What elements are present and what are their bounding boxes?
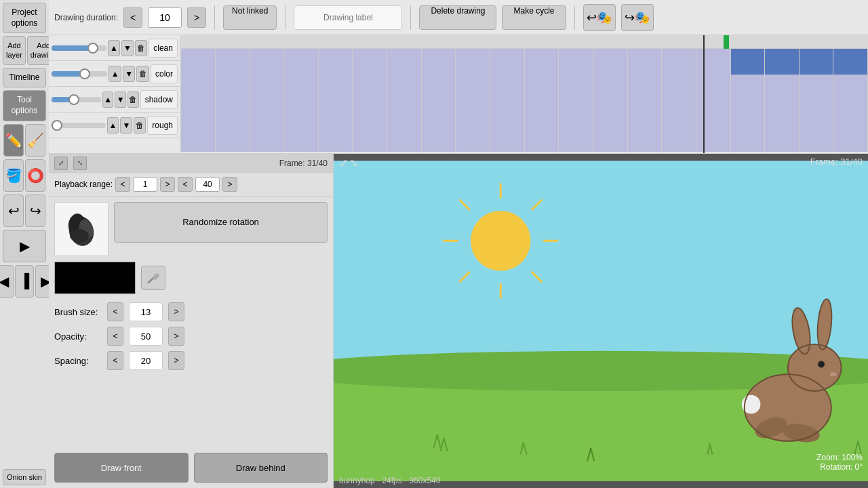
undo-icon-button[interactable]: ↩🎭: [583, 4, 616, 31]
tool-icon-row-1: ✏️ 🧹: [3, 124, 45, 157]
spacing-value: 20: [129, 351, 163, 370]
spacing-increase-button[interactable]: >: [168, 351, 184, 370]
rotation-value: Rotation: 0°: [816, 462, 863, 472]
shadow-track-row: [181, 100, 868, 126]
undo-redo-row: ↩ ↪: [3, 195, 45, 227]
layer-row-shadow: ▲ ▼ 🗑 shadow: [49, 87, 180, 113]
tool-icon-row-2: 🪣 ⭕: [3, 159, 45, 192]
timeline-tracks: [181, 49, 868, 153]
svg-point-24: [830, 372, 837, 376]
color-picker-button[interactable]: [141, 266, 165, 290]
tool-options-header: ⤢ ⤡ Frame: 31/40: [49, 154, 333, 173]
svg-rect-5: [152, 272, 159, 280]
brush-size-label: Brush size:: [54, 307, 102, 317]
canvas-zoom-label: Zoom: 100% Rotation: 0°: [816, 453, 863, 472]
brush-size-increase-button[interactable]: >: [168, 302, 184, 321]
play-button[interactable]: ▶: [3, 230, 46, 262]
clean-track-row: [181, 49, 868, 75]
undo-button[interactable]: ↩: [3, 195, 24, 227]
timeline-grid: [181, 35, 868, 153]
playback-start-prev-button[interactable]: <: [115, 177, 130, 192]
shadow-layer-up-button[interactable]: ▲: [102, 92, 114, 108]
top-bar: Drawing duration: < > Not linked Delete …: [49, 0, 868, 35]
playback-start-next-button[interactable]: >: [160, 177, 175, 192]
playback-end-next-button[interactable]: >: [222, 177, 237, 192]
brush-preview-area: Randomize rotation: [49, 197, 333, 262]
not-linked-button[interactable]: Not linked: [223, 5, 277, 30]
timeline-header: [181, 35, 868, 49]
layer-row-color: ▲ ▼ 🗑 color: [49, 61, 180, 87]
playback-range-row: Playback range: < > < >: [49, 173, 333, 197]
shadow-layer-down-button[interactable]: ▼: [115, 92, 126, 108]
opacity-increase-button[interactable]: >: [168, 327, 184, 346]
duration-increase-button[interactable]: >: [187, 7, 206, 28]
onion-skin-button[interactable]: Onion skin: [3, 469, 46, 485]
rough-layer-up-button[interactable]: ▲: [107, 117, 119, 134]
spacing-decrease-button[interactable]: <: [107, 351, 123, 370]
svg-point-6: [148, 281, 151, 283]
tool-options-panel: ⤢ ⤡ Frame: 31/40 Playback range: < > < >: [49, 154, 334, 488]
draw-behind-button[interactable]: Draw behind: [194, 453, 328, 483]
redo-icon-button[interactable]: ↪🎭: [621, 4, 654, 31]
rough-slider-track[interactable]: [52, 123, 106, 128]
brush-tool-button[interactable]: ✏️: [3, 124, 24, 157]
eraser-tool-button[interactable]: 🧹: [25, 124, 45, 157]
opacity-decrease-button[interactable]: <: [107, 327, 123, 346]
delete-drawing-button[interactable]: Delete drawing: [419, 5, 496, 30]
color-layer-name: color: [151, 64, 178, 83]
playback-range-label: Playback range:: [54, 180, 113, 189]
brush-size-row: Brush size: < 13 >: [49, 300, 333, 324]
randomize-rotation-button[interactable]: Randomize rotation: [114, 202, 328, 243]
shadow-slider-track[interactable]: [52, 97, 101, 102]
brush-size-value: 13: [129, 302, 163, 321]
fill-tool-button[interactable]: 🪣: [3, 159, 24, 192]
opacity-row: Opacity: < 50 >: [49, 324, 333, 348]
color-preview-row: [49, 262, 333, 300]
shadow-layer-delete-button[interactable]: 🗑: [127, 92, 139, 108]
brush-size-decrease-button[interactable]: <: [107, 302, 123, 321]
bottom-panel: ⤢ ⤡ Frame: 31/40 Playback range: < > < >: [49, 154, 868, 488]
playback-end-input[interactable]: [195, 177, 220, 192]
opacity-value: 50: [129, 327, 163, 346]
draw-front-button[interactable]: Draw front: [54, 453, 189, 483]
color-preview-box[interactable]: [54, 262, 136, 294]
add-layer-button[interactable]: Add layer: [3, 36, 26, 65]
frame-label: Frame: 31/40: [810, 157, 863, 167]
redo-button[interactable]: ↪: [25, 195, 45, 227]
expand-button[interactable]: ⤢: [54, 157, 68, 170]
duration-decrease-button[interactable]: <: [123, 7, 142, 28]
timeline-layers-panel: ▲ ▼ 🗑 clean ▲ ▼ 🗑 color ▲: [49, 35, 181, 153]
clean-layer-name: clean: [149, 39, 178, 58]
make-cycle-button[interactable]: Make cycle: [502, 5, 566, 30]
zoom-value: Zoom: 100%: [816, 453, 863, 462]
color-slider-track[interactable]: [52, 71, 107, 77]
playback-end-prev-button[interactable]: <: [178, 177, 193, 192]
prev-frame-button[interactable]: ◀: [0, 265, 14, 298]
canvas-illustration: [334, 154, 868, 488]
color-layer-delete-button[interactable]: 🗑: [136, 66, 149, 82]
clean-layer-up-button[interactable]: ▲: [108, 40, 120, 56]
clean-layer-down-button[interactable]: ▼: [121, 40, 134, 56]
timeline-button[interactable]: Timeline: [3, 68, 46, 88]
drawing-label-input[interactable]: [294, 5, 402, 30]
canvas-expand-button[interactable]: ⤢ ⤡: [339, 157, 358, 169]
duration-input[interactable]: [148, 7, 182, 28]
rough-layer-delete-button[interactable]: 🗑: [134, 117, 146, 134]
spacing-label: Spacing:: [54, 356, 102, 366]
project-options-button[interactable]: Project options: [3, 3, 46, 33]
drawing-duration-label: Drawing duration:: [54, 13, 118, 22]
lasso-tool-button[interactable]: ⭕: [25, 159, 45, 192]
layer-row-rough: ▲ ▼ 🗑 rough: [49, 113, 180, 138]
eyedropper-icon: [146, 271, 160, 285]
color-layer-down-button[interactable]: ▼: [123, 66, 136, 82]
tool-options-button[interactable]: Tool options: [3, 90, 46, 121]
brush-preview-svg: [58, 205, 105, 253]
svg-point-10: [471, 211, 531, 271]
color-layer-up-button[interactable]: ▲: [108, 66, 121, 82]
collapse-button[interactable]: ⤡: [73, 157, 87, 170]
clean-layer-delete-button[interactable]: 🗑: [135, 40, 147, 56]
playback-start-input[interactable]: [133, 177, 157, 192]
clean-slider-track[interactable]: [52, 45, 106, 51]
canvas-status-label: bunnyhop - 24fps - 960x540: [339, 476, 440, 485]
rough-layer-down-button[interactable]: ▼: [120, 117, 132, 134]
